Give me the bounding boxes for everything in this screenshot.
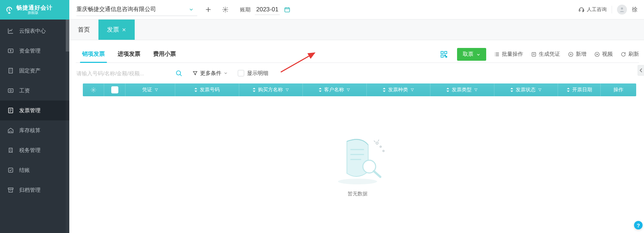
tab-label: 首页	[78, 26, 90, 34]
col-voucher[interactable]: 凭证	[125, 83, 175, 96]
settings-button[interactable]	[219, 4, 231, 16]
sidebar-item-label: 固定资产	[19, 67, 41, 74]
sort-icon[interactable]	[318, 88, 322, 92]
sort-icon[interactable]	[567, 88, 570, 92]
divider	[612, 6, 612, 13]
sidebar-item-tax[interactable]: 税务管理	[0, 140, 69, 160]
svg-rect-15	[532, 52, 536, 56]
empty-text: 暂无数据	[348, 191, 367, 197]
sort-icon[interactable]	[194, 88, 198, 92]
search-input[interactable]	[76, 70, 175, 77]
col-invoice-status[interactable]: 发票状态	[494, 83, 558, 96]
calendar-icon[interactable]	[284, 6, 290, 13]
filter-icon[interactable]	[410, 88, 414, 92]
col-invoice-no[interactable]: 发票号码	[175, 83, 239, 96]
col-label: 购买方名称	[258, 87, 283, 93]
tab-home[interactable]: 首页	[69, 20, 98, 40]
subtabs-row: 销项发票 进项发票 费用小票 取票 批量操作	[76, 46, 639, 63]
sidebar-item-label: 税务管理	[19, 147, 41, 154]
svg-rect-8	[285, 8, 290, 12]
col-issue-date[interactable]: 开票日期	[558, 83, 601, 96]
batch-action-button[interactable]: 批量操作	[494, 51, 523, 58]
add-company-button[interactable]	[202, 4, 214, 16]
voucher-icon	[531, 52, 537, 57]
filter-icon[interactable]	[285, 88, 289, 92]
sidebar-item-label: 发票管理	[19, 107, 41, 114]
show-detail-label: 显示明细	[247, 70, 268, 77]
avatar[interactable]	[617, 5, 627, 15]
refresh-button[interactable]: 刷新	[621, 51, 639, 58]
col-settings[interactable]	[83, 83, 104, 96]
gen-voucher-button[interactable]: 生成凭证	[531, 51, 560, 58]
warehouse-icon	[7, 127, 14, 134]
more-conditions-button[interactable]: 更多条件	[192, 70, 228, 77]
subtab-label: 销项发票	[82, 50, 105, 58]
topbar: 重庆畅捷交通信息咨询有限公司 账期 2023-01 人工咨询 徐	[69, 0, 644, 20]
qr-code-icon[interactable]	[439, 49, 449, 60]
close-period-icon	[7, 167, 14, 174]
help-bubble[interactable]: ?	[634, 221, 643, 229]
brand: 畅捷通好会计 旗舰版	[0, 0, 69, 20]
sidebar-item-label: 资金管理	[19, 48, 41, 54]
col-invoice-type[interactable]: 发票类型	[430, 83, 494, 96]
sort-icon[interactable]	[382, 88, 386, 92]
search-icon[interactable]	[175, 70, 182, 77]
human-consult-label: 人工咨询	[587, 6, 607, 13]
show-detail-checkbox[interactable]: 显示明细	[238, 70, 268, 77]
sidebar-item-closing[interactable]: 结账	[0, 160, 69, 180]
user-short-name: 徐	[632, 6, 638, 13]
subtab-purchase-invoice[interactable]: 进项发票	[111, 46, 147, 63]
human-consult-button[interactable]: 人工咨询	[578, 6, 607, 13]
chart-line-icon	[7, 27, 14, 34]
subtab-sales-invoice[interactable]: 销项发票	[76, 46, 111, 63]
sidebar-item-invoice[interactable]: 发票管理	[0, 101, 69, 120]
sort-icon[interactable]	[252, 88, 256, 92]
refresh-icon	[621, 52, 626, 57]
payroll-icon	[7, 87, 14, 94]
brand-subtitle: 旗舰版	[28, 10, 53, 15]
sidebar-item-funds[interactable]: 资金管理	[0, 41, 69, 61]
get-invoice-button[interactable]: 取票	[457, 48, 486, 61]
tax-icon	[7, 147, 14, 154]
panel-expand-handle[interactable]	[638, 65, 644, 76]
sort-icon[interactable]	[510, 88, 514, 92]
filter-icon[interactable]	[538, 88, 542, 92]
video-button[interactable]: 视频	[594, 51, 613, 58]
page-tabs: 首页 发票 ✕	[69, 20, 644, 40]
svg-rect-1	[9, 68, 13, 73]
invoice-icon	[7, 107, 14, 114]
col-buyer-name[interactable]: 购买方名称	[239, 83, 303, 96]
svg-rect-5	[9, 168, 13, 172]
company-name: 重庆畅捷交通信息咨询有限公司	[76, 6, 156, 13]
svg-point-24	[383, 150, 384, 152]
filter-icon[interactable]	[154, 88, 159, 92]
play-circle-icon	[594, 52, 600, 57]
period: 账期 2023-01	[240, 5, 290, 15]
sidebar-item-label: 云报表中心	[19, 28, 46, 34]
sidebar-item-archive[interactable]: 归档管理	[0, 180, 69, 200]
col-label: 开票日期	[572, 87, 592, 93]
col-customer-name[interactable]: 客户名称	[303, 83, 367, 96]
svg-point-22	[376, 142, 378, 144]
period-label: 账期	[240, 6, 251, 13]
tab-invoice[interactable]: 发票 ✕	[98, 20, 135, 40]
sidebar-scrollbar-thumb[interactable]	[66, 20, 69, 52]
plus-circle-icon	[568, 52, 574, 57]
sidebar-item-report-center[interactable]: 云报表中心	[0, 21, 69, 41]
subtab-expense-receipt[interactable]: 费用小票	[147, 46, 182, 63]
period-value[interactable]: 2023-01	[255, 5, 280, 15]
add-button[interactable]: 新增	[568, 51, 586, 58]
sort-icon[interactable]	[446, 88, 450, 92]
col-label: 发票状态	[516, 87, 536, 93]
company-selector[interactable]: 重庆畅捷交通信息咨询有限公司	[76, 3, 197, 16]
col-select-all[interactable]	[104, 83, 125, 96]
filter-icon[interactable]	[346, 88, 350, 92]
col-invoice-kind[interactable]: 发票种类	[367, 83, 431, 96]
filter-icon[interactable]	[474, 88, 478, 92]
sidebar-item-fixed-assets[interactable]: 固定资产	[0, 61, 69, 81]
svg-rect-9	[579, 10, 580, 11]
sidebar-item-inventory[interactable]: 库存核算	[0, 120, 69, 140]
batch-action-label: 批量操作	[502, 51, 523, 58]
close-icon[interactable]: ✕	[122, 27, 126, 33]
sidebar-item-salary[interactable]: 工资	[0, 81, 69, 101]
